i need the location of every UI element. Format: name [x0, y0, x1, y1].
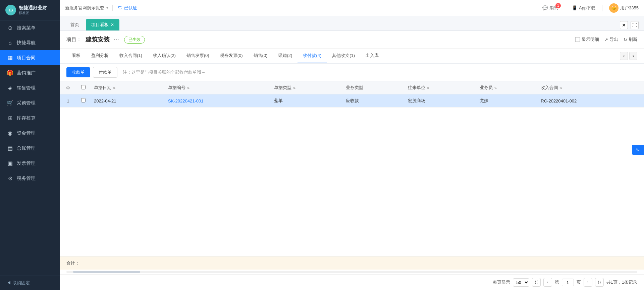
project-selector[interactable]: 新服务官网演示账套 ▾ [65, 5, 113, 11]
sort-icon6: ⇅ [559, 86, 562, 90]
unpin-button[interactable]: ◀ 取消固定 [0, 276, 60, 290]
app-title: 畅捷通好业财 标准版 [19, 5, 47, 15]
doc-number-link[interactable]: SK-20220421-001 [168, 98, 204, 103]
tab-close-icon[interactable]: ✕ [111, 22, 114, 27]
sort-icon: ⇅ [113, 86, 115, 90]
more-options-button[interactable]: ··· [114, 37, 120, 43]
last-page-button[interactable]: ⟩⟩ [595, 278, 604, 287]
tab-project-board[interactable]: 项目看板 ✕ [86, 19, 119, 30]
sidebar: ⊙ 畅捷通好业财 标准版 ⊙ 搜索菜单 ⌂ 快捷导航 ▦ 项目合同 🎁 营销推广… [0, 0, 60, 290]
certified-badge: 🛡 已认证 [118, 5, 137, 11]
col-number[interactable]: 单据编号 ⇅ [164, 81, 270, 94]
app-download-button[interactable]: 📱 App下载 [572, 5, 595, 11]
tab-inout[interactable]: 出入库 [360, 49, 384, 63]
col-setting[interactable]: ⚙ [60, 81, 76, 94]
total-records-label: 共1页，1条记录 [606, 279, 637, 285]
table-row: 1 2022-04-21 SK-20220421-001 蓝单 应收款 宏茂商场… [60, 94, 644, 107]
total-label: 合计： [66, 260, 79, 266]
row-number[interactable]: SK-20220421-001 [164, 94, 270, 107]
row-date: 2022-04-21 [90, 94, 164, 107]
tab-next-arrow[interactable]: › [629, 52, 637, 60]
topbar-right: 💬 消息 1 📱 App下载 🐱 用户3355 [542, 3, 639, 13]
sidebar-item-fund[interactable]: ◉ 资金管理 [0, 126, 60, 141]
tab-purchase[interactable]: 采购(2) [273, 49, 298, 63]
per-page-label: 每页显示 [493, 279, 510, 285]
content-area: 项目： 建筑安装 ··· 已生效 显示明细 ↗ 导出 ↻ 刷新 [60, 31, 644, 290]
col-income-contract[interactable]: 收入合同 ⇅ [537, 81, 644, 94]
sidebar-item-tax[interactable]: ⊛ 税务管理 [0, 171, 60, 186]
data-table-wrap: ⚙ 单据日期 ⇅ 单据编号 ⇅ [60, 81, 644, 257]
col-salesperson[interactable]: 业务员 ⇅ [476, 81, 537, 94]
tab-profit[interactable]: 盈利分析 [86, 49, 114, 63]
tab-prev-arrow[interactable]: ‹ [620, 52, 628, 60]
tab-income-contract[interactable]: 收入合同(1) [114, 49, 148, 63]
row-select-checkbox[interactable] [81, 98, 86, 102]
sidebar-item-inventory[interactable]: ⊞ 库存核算 [0, 111, 60, 126]
row-checkbox[interactable] [76, 94, 90, 107]
scrollbar-thumb[interactable] [73, 271, 140, 273]
tab-home[interactable]: 首页 [65, 19, 85, 30]
project-actions: 显示明细 ↗ 导出 ↻ 刷新 [575, 37, 637, 43]
sidebar-item-sales[interactable]: ◈ 销售管理 [0, 80, 60, 95]
col-checkbox[interactable] [76, 81, 90, 94]
project-label: 项目： [66, 37, 82, 43]
sidebar-item-search[interactable]: ⊙ 搜索菜单 [0, 20, 60, 35]
tab-tax-invoice[interactable]: 税务发票(0) [215, 49, 248, 63]
invoice-icon: ▣ [7, 160, 13, 166]
select-all-checkbox[interactable] [81, 85, 86, 89]
tab-sales-invoice[interactable]: 销售发票(0) [181, 49, 215, 63]
export-button[interactable]: ↗ 导出 [604, 37, 618, 43]
sub-tabs: 看板 盈利分析 收入合同(1) 收入确认(2) 销售发票(0) 税务发票(0) … [60, 49, 644, 64]
sidebar-item-quick-nav[interactable]: ⌂ 快捷导航 [0, 35, 60, 50]
page-input[interactable] [562, 279, 574, 286]
row-income-contract: RC-20220401-002 [537, 94, 644, 107]
project-icon: ▦ [7, 55, 13, 61]
sidebar-item-invoice[interactable]: ▣ 发票管理 [0, 156, 60, 171]
tab-income-confirm[interactable]: 收入确认(2) [148, 49, 181, 63]
sidebar-item-project-contract[interactable]: ▦ 项目合同 [0, 50, 60, 65]
close-window-button[interactable]: ✕ [620, 21, 628, 29]
home-icon: ⌂ [7, 40, 13, 46]
tab-other-expense[interactable]: 其他收支(1) [327, 49, 360, 63]
horizontal-scrollbar[interactable] [60, 270, 644, 274]
pay-tab-button[interactable]: 付款单 [93, 67, 117, 78]
feedback-icon: ✎ [636, 148, 640, 152]
per-page-select[interactable]: 50 [513, 278, 529, 287]
col-type[interactable]: 单据类型 ⇅ [270, 81, 342, 94]
sort-icon2: ⇅ [187, 86, 190, 90]
table-total-footer: 合计： [60, 257, 644, 270]
row-seq: 1 [60, 94, 76, 107]
tab-sales[interactable]: 销售(0) [248, 49, 273, 63]
refresh-button[interactable]: ↻ 刷新 [624, 37, 637, 43]
next-page-button[interactable]: › [584, 278, 592, 287]
col-date[interactable]: 单据日期 ⇅ [90, 81, 164, 94]
app-logo-icon: ⊙ [5, 5, 16, 15]
sidebar-nav: ⊙ 搜索菜单 ⌂ 快捷导航 ▦ 项目合同 🎁 营销推广 ◈ 销售管理 🛒 采购管… [0, 20, 60, 276]
sidebar-item-purchase[interactable]: 🛒 采购管理 [0, 95, 60, 111]
col-biz-type: 业务类型 [342, 81, 404, 94]
shield-icon: 🛡 [118, 5, 122, 10]
search-menu-icon: ⊙ [7, 25, 13, 31]
show-detail-checkbox[interactable]: 显示明细 [575, 37, 599, 43]
tab-nav-arrows: ‹ › [620, 52, 637, 60]
collect-tab-button[interactable]: 收款单 [66, 67, 90, 77]
user-profile-button[interactable]: 🐱 用户3355 [609, 3, 639, 13]
prev-page-button[interactable]: ‹ [543, 278, 552, 287]
col-partner[interactable]: 往来单位 ⇅ [404, 81, 476, 94]
data-table: ⚙ 单据日期 ⇅ 单据编号 ⇅ [60, 81, 644, 107]
topbar: 新服务官网演示账套 ▾ 🛡 已认证 💬 消息 1 📱 App下载 🐱 用户335… [60, 0, 644, 16]
divider [565, 5, 565, 11]
messages-button[interactable]: 💬 消息 1 [542, 5, 558, 11]
expand-window-button[interactable]: ⛶ [631, 21, 639, 29]
divider2 [602, 5, 602, 11]
sidebar-item-ledger[interactable]: ▤ 总账管理 [0, 141, 60, 156]
pagination: 每页显示 50 ⟨⟨ ‹ 第 页 › ⟩⟩ 共1页，1条记录 [60, 274, 644, 290]
tab-collect-pay[interactable]: 收付款(4) [298, 49, 327, 63]
first-page-button[interactable]: ⟨⟨ [532, 278, 541, 287]
feedback-button[interactable]: ✎ [632, 145, 644, 155]
sidebar-item-marketing[interactable]: 🎁 营销推广 [0, 65, 60, 80]
checkbox-icon[interactable] [575, 37, 580, 42]
tab-kanban[interactable]: 看板 [66, 49, 86, 63]
refresh-icon: ↻ [624, 37, 627, 42]
settings-icon[interactable]: ⚙ [66, 85, 70, 90]
